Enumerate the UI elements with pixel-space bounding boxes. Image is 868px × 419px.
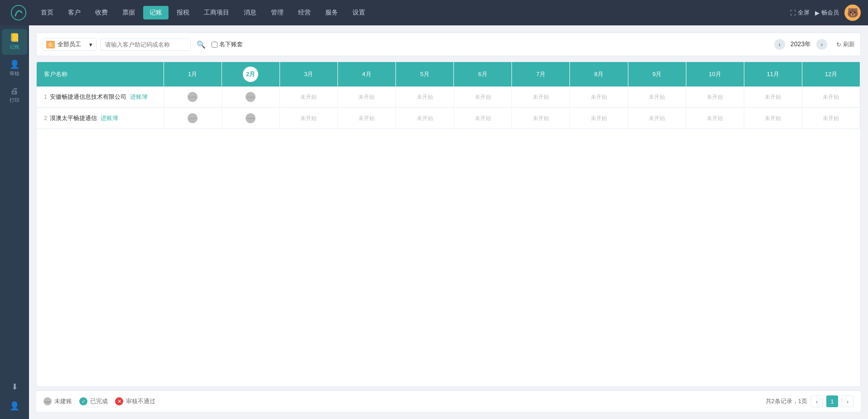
not-started-text: 未开始	[591, 115, 607, 121]
table-scroll[interactable]: 客户名称 1月 2月 3月 4月 5月 6月 7月 8月 9月	[37, 62, 860, 386]
row-number: 2	[44, 115, 47, 121]
month-cell-10: 未开始	[686, 87, 744, 108]
avatar[interactable]: 🐻	[844, 5, 861, 21]
nav-operation[interactable]: 经营	[292, 6, 317, 19]
not-started-text: 未开始	[417, 94, 433, 100]
month-cell-5: 未开始	[396, 87, 454, 108]
row-number: 1	[44, 93, 47, 100]
legend-not-created: — 未建账	[43, 397, 72, 405]
nav-business[interactable]: 工商项目	[198, 6, 236, 19]
legend-dot-red: ✕	[115, 397, 123, 405]
legend-completed: ✓ 已完成	[79, 397, 108, 405]
nav-bookkeeping[interactable]: 记账	[143, 6, 169, 19]
sidebar-item-download[interactable]: ⬇	[2, 378, 27, 395]
nav-tax[interactable]: 报税	[170, 6, 196, 19]
next-page-button[interactable]: ›	[842, 395, 854, 407]
not-started-text: 未开始	[591, 94, 607, 100]
month-cell-4: 未开始	[338, 87, 395, 108]
month-cell-12: 未开始	[802, 108, 860, 129]
print-icon: 🖨	[10, 87, 19, 95]
sidebar: 📒 记账 👤 审核 🖨 打印 ⬇ 👤	[0, 25, 29, 419]
download-icon: ⬇	[11, 383, 18, 391]
employee-filter[interactable]: 全 全部员工 ▾	[42, 38, 96, 51]
fullscreen-icon: ⛶	[790, 10, 796, 16]
member-button[interactable]: ▶ 畅会员	[815, 9, 839, 17]
nav-manage[interactable]: 管理	[265, 6, 290, 19]
client-name: 漠澳太平畅捷通信	[50, 115, 97, 121]
play-icon: ▶	[815, 10, 820, 16]
nav-settings[interactable]: 设置	[346, 6, 371, 19]
not-started-text: 未开始	[765, 94, 781, 100]
status-dot-gray: —	[246, 92, 256, 102]
nav-home[interactable]: 首页	[34, 6, 60, 19]
page-1-button[interactable]: 1	[826, 395, 838, 407]
month-cell-8: 未开始	[570, 108, 628, 129]
col-header-apr: 4月	[338, 62, 395, 87]
pagination: 共2条记录，1页 ‹ 1 ›	[766, 395, 854, 407]
search-button[interactable]: 🔍	[194, 38, 208, 51]
table-row: 1安徽畅捷通信息技术有限公司进账簿——未开始未开始未开始未开始未开始未开始未开始…	[37, 87, 860, 108]
month-cell-2: —	[222, 87, 280, 108]
enter-ledger-link[interactable]: 进账簿	[101, 115, 118, 121]
month-cell-11: 未开始	[744, 108, 802, 129]
client-name: 安徽畅捷通信息技术有限公司	[50, 93, 126, 100]
enter-ledger-link[interactable]: 进账簿	[130, 93, 148, 100]
month-cell-2: —	[222, 108, 280, 129]
month-cell-5: 未开始	[396, 108, 454, 129]
month-cell-10: 未开始	[686, 108, 744, 129]
month-cell-9: 未开始	[628, 87, 686, 108]
sidebar-item-bookkeeping[interactable]: 📒 记账	[2, 29, 27, 55]
search-input[interactable]	[100, 39, 191, 51]
fullscreen-button[interactable]: ⛶ 全屏	[790, 9, 810, 17]
month-cell-12: 未开始	[802, 87, 860, 108]
logo	[7, 5, 30, 21]
nav-items: 首页 客户 收费 票据 记账 报税 工商项目 消息 管理 经营 服务 设置	[34, 6, 790, 19]
prev-year-button[interactable]: ‹	[774, 39, 785, 50]
nav-message[interactable]: 消息	[237, 6, 263, 19]
total-records: 共2条记录，1页	[766, 397, 807, 405]
account-set-checkbox-label[interactable]: 名下账套	[212, 40, 243, 48]
sidebar-item-user[interactable]: 👤	[2, 397, 27, 414]
client-cell: 1安徽畅捷通信息技术有限公司进账簿	[37, 87, 164, 108]
legend-dot-gray: —	[43, 397, 52, 405]
year-display: 2023年	[791, 40, 811, 48]
prev-page-button[interactable]: ‹	[811, 395, 823, 407]
col-header-client: 客户名称	[37, 62, 164, 87]
not-started-text: 未开始	[707, 94, 723, 100]
top-nav: 首页 客户 收费 票据 记账 报税 工商项目 消息 管理 经营 服务 设置 ⛶ …	[0, 0, 868, 25]
col-header-jan: 1月	[164, 62, 222, 87]
nav-service[interactable]: 服务	[319, 6, 344, 19]
content: 全 全部员工 ▾ 🔍 名下账套 ‹ 2023年 › ↻ 刷新	[29, 25, 868, 419]
not-started-text: 未开始	[823, 115, 839, 121]
month-cell-7: 未开始	[512, 108, 570, 129]
col-header-nov: 11月	[744, 62, 802, 87]
not-started-text: 未开始	[358, 115, 375, 121]
user-icon: 👤	[10, 402, 19, 410]
status-dot-gray: —	[246, 113, 256, 123]
refresh-button[interactable]: ↻ 刷新	[836, 40, 855, 48]
not-started-text: 未开始	[765, 115, 781, 121]
not-started-text: 未开始	[358, 94, 375, 100]
audit-icon: 👤	[10, 60, 19, 68]
sidebar-item-print[interactable]: 🖨 打印	[2, 82, 27, 108]
not-started-text: 未开始	[533, 94, 549, 100]
year-navigator: ‹ 2023年 ›	[774, 39, 827, 50]
bookkeeping-table: 客户名称 1月 2月 3月 4月 5月 6月 7月 8月 9月	[37, 62, 860, 129]
table-row: 2漠澳太平畅捷通信进账簿——未开始未开始未开始未开始未开始未开始未开始未开始未开…	[37, 108, 860, 129]
next-year-button[interactable]: ›	[816, 39, 827, 50]
account-set-checkbox[interactable]	[212, 42, 217, 48]
col-header-jul: 7月	[512, 62, 570, 87]
not-started-text: 未开始	[649, 115, 665, 121]
col-header-jun: 6月	[454, 62, 512, 87]
nav-client[interactable]: 客户	[62, 6, 87, 19]
col-header-dec: 12月	[802, 62, 860, 87]
toolbar: 全 全部员工 ▾ 🔍 名下账套 ‹ 2023年 › ↻ 刷新	[36, 33, 861, 56]
sidebar-item-audit[interactable]: 👤 审核	[2, 56, 27, 82]
nav-invoice[interactable]: 票据	[116, 6, 141, 19]
nav-fee[interactable]: 收费	[89, 6, 114, 19]
month-cell-4: 未开始	[338, 108, 395, 129]
not-started-text: 未开始	[475, 94, 491, 100]
not-started-text: 未开始	[300, 115, 317, 121]
month-cell-9: 未开始	[628, 108, 686, 129]
not-started-text: 未开始	[417, 115, 433, 121]
